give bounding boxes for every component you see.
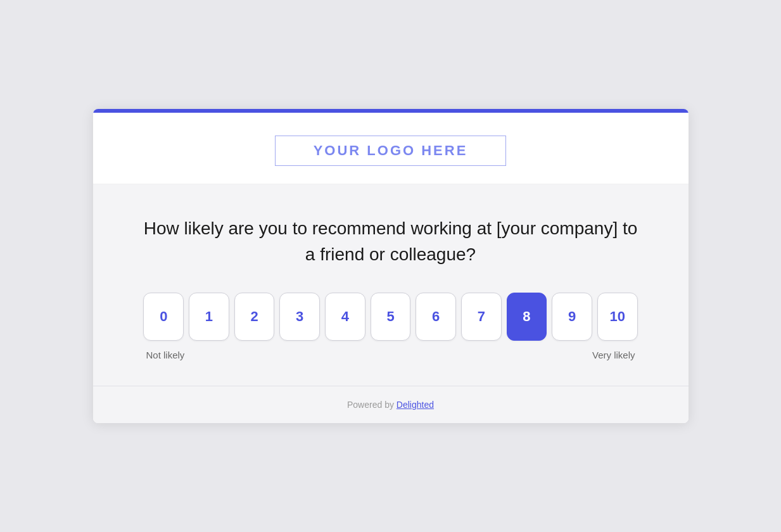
survey-card: YOUR LOGO HERE How likely are you to rec…	[93, 109, 689, 423]
rating-button-0[interactable]: 0	[143, 293, 184, 341]
rating-button-5[interactable]: 5	[371, 293, 411, 341]
footer-section: Powered by Delighted	[93, 386, 689, 423]
rating-button-3[interactable]: 3	[279, 293, 320, 341]
label-not-likely: Not likely	[146, 350, 185, 360]
question-text: How likely are you to recommend working …	[144, 216, 638, 267]
label-very-likely: Very likely	[592, 350, 635, 360]
rating-row: 012345678910	[144, 293, 638, 341]
powered-by-text: Powered by Delighted	[347, 400, 434, 410]
rating-button-10[interactable]: 10	[597, 293, 638, 341]
logo-placeholder: YOUR LOGO HERE	[275, 136, 507, 166]
question-section: How likely are you to recommend working …	[93, 184, 689, 386]
rating-button-4[interactable]: 4	[325, 293, 365, 341]
rating-button-9[interactable]: 9	[552, 293, 592, 341]
rating-button-1[interactable]: 1	[189, 293, 229, 341]
delighted-link[interactable]: Delighted	[397, 400, 434, 410]
logo-section: YOUR LOGO HERE	[93, 113, 689, 184]
rating-button-8[interactable]: 8	[507, 293, 547, 341]
labels-row: Not likely Very likely	[144, 350, 638, 360]
rating-button-2[interactable]: 2	[234, 293, 275, 341]
rating-button-6[interactable]: 6	[416, 293, 456, 341]
rating-button-7[interactable]: 7	[461, 293, 502, 341]
